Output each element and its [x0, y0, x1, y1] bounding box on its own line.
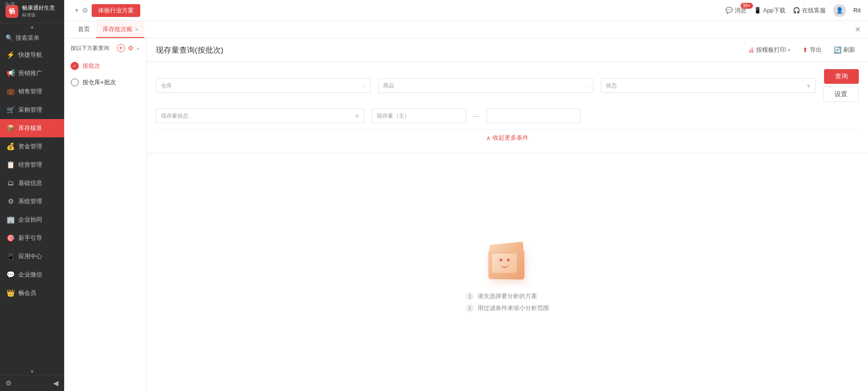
- search-menu-label: 搜索菜单: [16, 34, 39, 42]
- service-label: 在线客服: [802, 6, 826, 15]
- search-menu-button[interactable]: 🔍 搜索菜单: [0, 30, 64, 46]
- sidebar-label-appstore: 应用中心: [18, 252, 42, 261]
- close-all-tabs-icon[interactable]: ✕: [855, 25, 861, 34]
- scheme-item-batch[interactable]: ✓ 按批次: [64, 58, 146, 74]
- sidebar-item-system[interactable]: ⚙ 系统管理: [0, 192, 64, 211]
- filter-settings-button[interactable]: 设置: [823, 87, 859, 102]
- message-button[interactable]: 💬 消息 99+: [725, 6, 747, 15]
- empty-state: 1 请先选择要分析的方案 2 用过滤条件来缩小分析范围: [147, 153, 868, 391]
- newbie-icon: 🎯: [6, 234, 15, 242]
- sidebar-item-marketing[interactable]: 📢 营销推广: [0, 64, 64, 82]
- topbar-gear-icon[interactable]: ⚙: [82, 6, 88, 15]
- sidebar-item-finance[interactable]: 💰 资金管理: [0, 137, 64, 156]
- app-info: 畅康通好生意 标准版: [22, 5, 55, 18]
- filter-row-1: 仓库 仓库 ··· 商品 ···: [156, 69, 859, 102]
- add-scheme-icon[interactable]: +: [117, 44, 125, 52]
- inventory-qty-to[interactable]: [487, 109, 581, 123]
- sidebar-label-quick: 快捷导航: [18, 51, 42, 59]
- scheme-dot-batch: ✓: [71, 62, 79, 70]
- status-select[interactable]: 状态 ∨: [601, 78, 816, 93]
- inventory-status-label: 现存量状态: [161, 112, 355, 120]
- sidebar-item-purchase[interactable]: 🛒 采购管理: [0, 101, 64, 119]
- empty-tips: 1 请先选择要分析的方案 2 用过滤条件来缩小分析范围: [466, 292, 549, 312]
- inventory-status-select[interactable]: 现存量状态 ∨: [156, 109, 364, 123]
- box-eyes: [500, 259, 510, 261]
- sidebar-item-wechat[interactable]: 💬 企业微信: [0, 266, 64, 284]
- inventory-qty-from-label: 现存量（主）: [377, 112, 461, 120]
- tab-close-icon[interactable]: ×: [135, 27, 138, 32]
- online-service-button[interactable]: 🎧 在线客服: [793, 6, 826, 15]
- range-dash: —: [470, 113, 483, 119]
- product-dots-icon: ···: [585, 82, 588, 89]
- scroll-up-arrow[interactable]: ▲: [0, 23, 64, 30]
- product-field: 商品 ···: [378, 78, 593, 93]
- collapse-filter-button[interactable]: ∧ 收起更多条件: [156, 130, 859, 146]
- print-dropdown-icon[interactable]: ▾: [788, 47, 791, 53]
- sidebar-item-operation[interactable]: 📋 经营管理: [0, 156, 64, 174]
- scheme-settings-icon[interactable]: ⚙: [128, 44, 134, 52]
- settings-footer-icon[interactable]: ⚙: [5, 379, 11, 387]
- tab-home-label: 首页: [78, 25, 90, 33]
- query-button[interactable]: 查询: [824, 69, 859, 84]
- app-download-button[interactable]: 📱 App下载: [754, 6, 786, 15]
- sidebar-item-sales[interactable]: 💼 销售管理: [0, 82, 64, 101]
- sidebar-item-quick[interactable]: ⚡ 快捷导航: [0, 46, 64, 64]
- print-icon: 🖨: [748, 46, 754, 54]
- refresh-label: 刷新: [843, 46, 855, 54]
- inventory-status-field: 现存量状态 ∨: [156, 109, 364, 123]
- trial-button[interactable]: 体验行业方案: [92, 4, 140, 17]
- empty-tip-2: 2 用过滤条件来缩小分析范围: [466, 304, 549, 312]
- tip-2-text: 用过滤条件来缩小分析范围: [478, 304, 549, 312]
- filter-area: 仓库 仓库 ··· 商品 ···: [147, 62, 868, 153]
- scheme-collapse-icon[interactable]: «: [137, 45, 140, 52]
- collapse-label: 收起更多条件: [493, 134, 528, 142]
- print-button[interactable]: 🖨 按模板打印 ▾: [744, 44, 794, 56]
- refresh-button[interactable]: 🔄 刷新: [830, 44, 859, 56]
- left-scheme-panel: 按以下方案查询 + ⚙ « ✓ 按批次 按仓库+批次: [64, 38, 147, 391]
- wechat-icon: 💬: [6, 271, 15, 279]
- sidebar-label-member: 畅会员: [18, 289, 36, 297]
- sidebar-label-finance: 资金管理: [18, 142, 42, 151]
- sidebar-item-basic[interactable]: 🗂 基础信息: [0, 174, 64, 192]
- sidebar-nav: ⚡ 快捷导航 📢 营销推广 💼 销售管理 🛒 采购管理 📦 库存核算 💰 资金管…: [0, 46, 64, 368]
- quick-icon: ⚡: [6, 51, 15, 59]
- tab-home[interactable]: 首页: [71, 22, 96, 38]
- system-icon: ⚙: [6, 197, 15, 206]
- tab-inventory-batch[interactable]: 库存批次账 ×: [96, 22, 144, 38]
- scheme-list: ✓ 按批次 按仓库+批次: [64, 56, 146, 92]
- topbar-right: 💬 消息 99+ 📱 App下载 🎧 在线客服 👤 Rit: [725, 4, 861, 17]
- filter-buttons: 查询 设置: [823, 69, 859, 102]
- sidebar-item-enterprise[interactable]: 🏢 企业协同: [0, 211, 64, 229]
- topbar: ▾ ⚙ 体验行业方案 💬 消息 99+ 📱 App下载 🎧 在线客服 👤 Rit: [64, 0, 868, 21]
- message-icon: 💬: [725, 7, 733, 14]
- scheme-dot-warehouse: [71, 78, 79, 87]
- sidebar: 畅 畅康通好生意 标准版 ▲ 🔍 搜索菜单 ⚡ 快捷导航 📢 营销推广 💼 销售…: [0, 0, 64, 391]
- scroll-down-arrow[interactable]: ▼: [0, 368, 64, 375]
- tab-inventory-batch-label: 库存批次账: [103, 25, 132, 33]
- marketing-icon: 📢: [6, 69, 15, 77]
- search-icon: 🔍: [5, 34, 13, 41]
- sidebar-item-newbie[interactable]: 🎯 新手引导: [0, 229, 64, 247]
- sidebar-item-member[interactable]: 👑 畅会员: [0, 284, 64, 302]
- product-input[interactable]: 商品 ···: [378, 78, 593, 93]
- user-avatar[interactable]: 👤: [833, 4, 846, 17]
- right-eye: [507, 259, 510, 261]
- operation-icon: 📋: [6, 161, 15, 169]
- app-version: 标准版: [22, 12, 55, 18]
- inventory-qty-from[interactable]: 现存量（主）: [372, 109, 466, 123]
- warehouse-input[interactable]: 仓库 仓库 ···: [156, 78, 371, 93]
- purchase-icon: 🛒: [6, 106, 15, 114]
- export-label: 导出: [810, 46, 822, 54]
- sidebar-item-inventory[interactable]: 📦 库存核算: [0, 119, 64, 137]
- collapse-sidebar-icon[interactable]: ◀: [53, 379, 59, 387]
- export-button[interactable]: ⬆ 导出: [799, 44, 825, 56]
- sidebar-label-purchase: 采购管理: [18, 106, 42, 114]
- status-field: 状态 ∨: [601, 78, 816, 93]
- breadcrumb-dropdown-icon[interactable]: ▾: [75, 7, 78, 14]
- scheme-item-warehouse-batch[interactable]: 按仓库+批次: [64, 74, 146, 91]
- sidebar-item-appstore[interactable]: 📱 应用中心: [0, 247, 64, 266]
- page-header: 现存量查询(按批次) 🖨 按模板打印 ▾ ⬆ 导出 🔄 刷新: [147, 38, 868, 62]
- tip-1-num: 1: [466, 292, 474, 300]
- warehouse-dots-icon: ···: [362, 82, 366, 89]
- sidebar-label-enterprise: 企业协同: [18, 216, 42, 224]
